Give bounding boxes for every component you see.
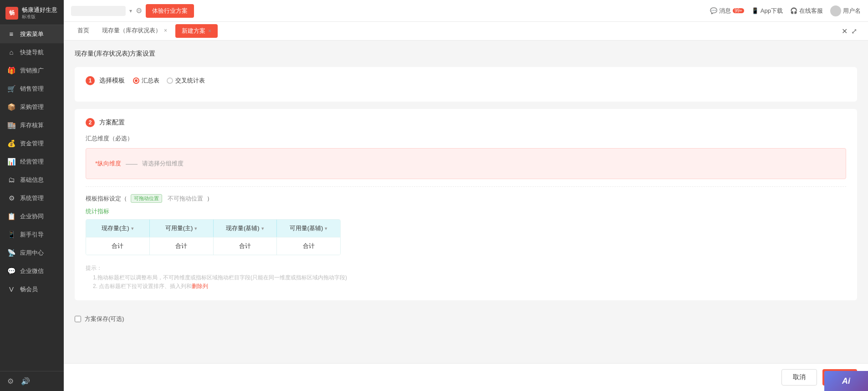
- sidebar-item-corp-wx[interactable]: 💬 企业微信: [0, 262, 64, 280]
- topbar-dropdown-arrow[interactable]: ▾: [129, 8, 132, 14]
- window-controls: ✕ ⤢: [838, 27, 861, 36]
- divider: [86, 186, 846, 187]
- user-info[interactable]: 用户名: [830, 5, 861, 16]
- phone-icon: 📱: [751, 7, 759, 14]
- close-window-icon[interactable]: ✕: [842, 27, 848, 36]
- industry-plan-button[interactable]: 体验行业方案: [146, 4, 194, 18]
- template-radio-group: 汇总表 交叉统计表: [133, 77, 205, 85]
- dimension-required-area: *纵向维度 —— 请选择分组维度: [86, 148, 846, 179]
- sidebar-item-finance[interactable]: 💰 资金管理: [0, 134, 64, 153]
- mobile-icon: 📱: [7, 231, 15, 239]
- radio-summary[interactable]: 汇总表: [133, 77, 159, 85]
- home-icon: ⌂: [7, 48, 15, 57]
- cart-icon: 🛒: [7, 85, 15, 93]
- col-header-0[interactable]: 现存量(主) ▾: [86, 220, 150, 237]
- dim-required-label: *纵向维度: [95, 159, 121, 168]
- section1-header: 1 选择模板 汇总表 交叉统计表: [86, 76, 846, 85]
- sidebar-item-app-center[interactable]: 📡 应用中心: [0, 244, 64, 262]
- folder-icon: 🗂: [7, 176, 15, 184]
- col0-dropdown-icon: ▾: [131, 226, 134, 232]
- online-service-button[interactable]: 🎧 在线客服: [790, 7, 823, 15]
- topbar-search-input[interactable]: [71, 6, 126, 16]
- dimension-inner: *纵向维度 —— 请选择分组维度: [95, 159, 837, 168]
- save-option: 方案保存(可选): [75, 308, 857, 330]
- gear-icon: ⚙: [7, 194, 15, 202]
- indicator-label: 模板指标设定（ 可拖动位置 不可拖动位置 ）: [86, 194, 846, 203]
- settings-bottom-icon[interactable]: ⚙: [7, 377, 14, 386]
- sidebar-item-quick-nav[interactable]: ⌂ 快捷导航: [0, 43, 64, 62]
- table-row: 合计 合计 合计 合计: [86, 237, 340, 255]
- topbar-gear-icon[interactable]: ⚙: [136, 6, 142, 15]
- dim-select-placeholder[interactable]: 请选择分组维度: [142, 159, 184, 168]
- col-header-1[interactable]: 可用量(主) ▾: [150, 220, 214, 237]
- radio-cross[interactable]: 交叉统计表: [167, 77, 205, 85]
- store-icon: 🏬: [7, 121, 15, 129]
- clipboard-icon: 📋: [7, 212, 15, 221]
- sound-bottom-icon[interactable]: 🔊: [21, 377, 30, 386]
- money-icon: 💰: [7, 139, 15, 148]
- sidebar-item-purchase[interactable]: 📦 采购管理: [0, 98, 64, 116]
- draggable-badge: 可拖动位置: [131, 194, 162, 203]
- sidebar-item-newbie[interactable]: 📱 新手引导: [0, 226, 64, 244]
- hint-item-1: 2. 点击标题栏下拉可设置排序、插入列和删除列: [93, 283, 846, 290]
- topbar-left: ▾ ⚙ 体验行业方案: [71, 4, 705, 18]
- hint-item-0: 1.拖动标题栏可以调整布局，不可跨维度或指标区域拖动栏目字段(只能在同一维度或指…: [93, 274, 846, 282]
- ai-badge[interactable]: Ai: [824, 371, 868, 391]
- antenna-icon: 📡: [7, 249, 15, 257]
- stats-table-header: 现存量(主) ▾ 可用量(主) ▾ 现存量(基辅) ▾: [86, 220, 340, 237]
- content-area: 现存量(库存状况表)方案设置 1 选择模板 汇总表 交叉统计表: [64, 41, 868, 363]
- hint-section: 提示： 1.拖动标题栏可以调整布局，不可跨维度或指标区域拖动栏目字段(只能在同一…: [86, 264, 846, 290]
- tab-new-plan[interactable]: 新建方案 ×: [175, 24, 218, 38]
- sidebar-item-search-menu[interactable]: ≡ 搜索菜单: [0, 25, 64, 43]
- topbar: ▾ ⚙ 体验行业方案 💬 消息 99+ 📱 App下载 🎧 在线客服 用户名: [64, 0, 868, 22]
- tab-inventory-status[interactable]: 现存量（库存状况表） ×: [96, 22, 174, 40]
- section1-number: 1: [86, 76, 95, 85]
- tab-inventory-close-icon[interactable]: ×: [164, 27, 167, 34]
- cell-0-2: 合计: [214, 237, 277, 255]
- sidebar-item-sales[interactable]: 🛒 销售管理: [0, 80, 64, 98]
- footer: 取消 查询: [64, 363, 868, 391]
- cell-0-1: 合计: [150, 237, 214, 255]
- sidebar-item-corp[interactable]: 📋 企业协同: [0, 207, 64, 226]
- logo-text: 畅康通好生意 标准版: [22, 6, 57, 20]
- stats-table: 现存量(主) ▾ 可用量(主) ▾ 现存量(基辅) ▾: [86, 219, 341, 255]
- save-checkbox[interactable]: [75, 316, 81, 322]
- cell-0-0: 合计: [86, 237, 150, 255]
- logo-icon: 畅: [5, 7, 18, 20]
- tab-home[interactable]: 首页: [71, 22, 96, 40]
- section2-header: 2 方案配置: [86, 118, 846, 127]
- section2-title: 方案配置: [99, 118, 125, 127]
- message-icon: 💬: [710, 7, 717, 14]
- message-button[interactable]: 💬 消息 99+: [710, 7, 744, 15]
- page-title: 现存量(库存状况表)方案设置: [75, 50, 857, 58]
- gift-icon: 🎁: [7, 67, 15, 75]
- col1-dropdown-icon: ▾: [194, 226, 197, 232]
- app-download-button[interactable]: 📱 App下载: [751, 7, 783, 15]
- sidebar-item-inventory[interactable]: 🏬 库存核算: [0, 116, 64, 134]
- radio-summary-dot: [133, 77, 139, 84]
- sidebar-item-basic-info[interactable]: 🗂 基础信息: [0, 171, 64, 189]
- dim-section-title: 汇总维度（必选）: [86, 134, 846, 143]
- member-icon: V: [7, 285, 15, 293]
- stats-section: 统计指标 现存量(主) ▾ 可用量(主) ▾: [86, 207, 846, 255]
- sidebar-item-system[interactable]: ⚙ 系统管理: [0, 189, 64, 207]
- headset-icon: 🎧: [790, 7, 797, 14]
- col3-dropdown-icon: ▾: [325, 226, 327, 232]
- topbar-right: 💬 消息 99+ 📱 App下载 🎧 在线客服 用户名: [710, 5, 861, 16]
- wechat-icon: 💬: [7, 267, 15, 275]
- sidebar-item-member[interactable]: V 畅会员: [0, 280, 64, 298]
- col-header-3[interactable]: 可用量(基辅) ▾: [277, 220, 340, 237]
- tab-new-close-icon[interactable]: ×: [208, 28, 211, 34]
- chart-icon: 📊: [7, 158, 15, 166]
- sidebar-item-marketing[interactable]: 🎁 营销推广: [0, 62, 64, 80]
- sidebar-item-business[interactable]: 📊 经营管理: [0, 153, 64, 171]
- dim-dash: ——: [126, 160, 138, 167]
- tabbar: 首页 现存量（库存状况表） × 新建方案 × ✕ ⤢: [64, 22, 868, 41]
- stats-label: 统计指标: [86, 207, 846, 216]
- section-template: 1 选择模板 汇总表 交叉统计表: [75, 67, 857, 102]
- box-icon: 📦: [7, 103, 15, 111]
- sidebar: 畅 畅康通好生意 标准版 ≡ 搜索菜单 ⌂ 快捷导航 🎁 营销推广 🛒 销售管理…: [0, 0, 64, 391]
- maximize-window-icon[interactable]: ⤢: [851, 27, 857, 36]
- cancel-button[interactable]: 取消: [781, 369, 817, 386]
- col-header-2[interactable]: 现存量(基辅) ▾: [214, 220, 277, 237]
